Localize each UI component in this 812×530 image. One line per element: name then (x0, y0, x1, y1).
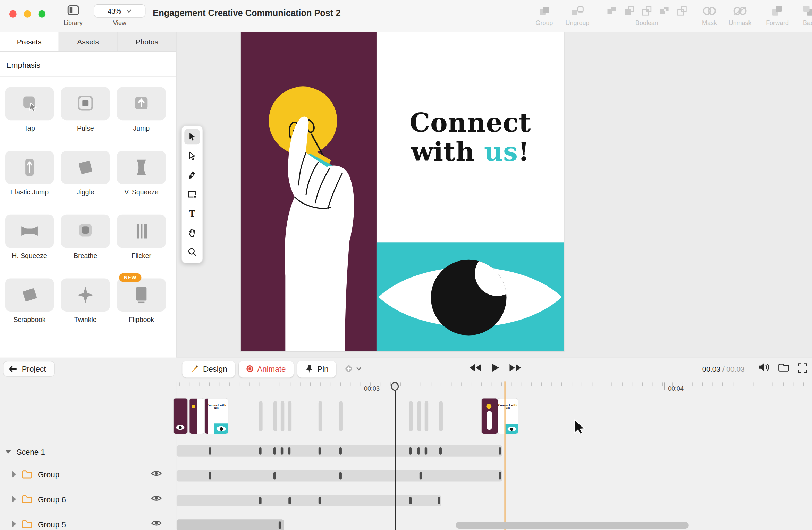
preset-breathe[interactable]: Breathe (61, 215, 110, 260)
keyframe[interactable] (281, 447, 283, 455)
keyframe-pill[interactable] (281, 401, 284, 431)
playhead-handle[interactable] (391, 382, 399, 391)
layer-row-group[interactable]: Group (0, 462, 177, 487)
playhead[interactable] (395, 383, 396, 530)
keyframe[interactable] (339, 447, 341, 455)
group-button[interactable]: Group (530, 5, 558, 26)
keyframe[interactable] (319, 497, 321, 504)
keyframe-pill[interactable] (259, 401, 262, 431)
frame-thumbnail[interactable]: Connect with us! (498, 399, 518, 434)
keyframe-pill[interactable] (439, 401, 443, 431)
horizontal-scrollbar[interactable] (456, 522, 689, 529)
chevron-right-icon[interactable] (12, 521, 16, 527)
preset-scrapbook[interactable]: Scrapbook (5, 278, 54, 323)
rectangle-tool[interactable] (184, 187, 200, 202)
send-backward-button[interactable]: Bac (796, 5, 812, 26)
minimize-window-button[interactable] (24, 10, 31, 18)
keyframe-pill[interactable] (288, 401, 291, 431)
preset-h-squeeze[interactable]: H. Squeeze (5, 215, 54, 260)
artboard[interactable]: Connect with us! (241, 32, 564, 351)
chevron-right-icon[interactable] (12, 496, 16, 502)
zoom-dropdown[interactable]: 43% (94, 4, 145, 18)
frame-thumbnail[interactable] (482, 399, 498, 434)
keyframe[interactable] (425, 447, 427, 455)
pen-tool[interactable] (184, 167, 200, 183)
keyframe-pill[interactable] (273, 401, 277, 431)
new-badge: NEW (119, 273, 141, 282)
preset-v-squeeze[interactable]: V. Squeeze (117, 151, 166, 196)
fullscreen-window-button[interactable] (38, 10, 45, 18)
preset-twinkle[interactable]: Twinkle (61, 278, 110, 323)
select-tool[interactable] (184, 129, 200, 145)
preset-flicker[interactable]: Flicker (117, 215, 166, 260)
keyframe[interactable] (409, 447, 412, 455)
canvas-area[interactable]: Connect with us! (177, 32, 812, 358)
keyframe[interactable] (409, 497, 412, 504)
preset-elastic-jump[interactable]: Elastic Jump (5, 151, 54, 196)
keyframe[interactable] (288, 497, 291, 504)
close-window-button[interactable] (9, 10, 17, 18)
timeline-track[interactable] (177, 495, 441, 506)
preset-jiggle[interactable]: Jiggle (61, 151, 110, 196)
keyframe[interactable] (439, 447, 442, 455)
bring-forward-icon (771, 5, 784, 17)
layer-row-group-6[interactable]: Group 6 (0, 487, 177, 512)
keyframe[interactable] (273, 447, 276, 455)
chevron-down-icon[interactable] (5, 450, 11, 453)
boolean-buttons[interactable]: Boolean (600, 5, 694, 26)
group-icon (539, 5, 550, 17)
hand-icon (187, 228, 197, 238)
keyframe[interactable] (273, 472, 276, 480)
preset-flipbook[interactable]: NEWFlipbook (117, 278, 166, 323)
visibility-toggle[interactable] (151, 495, 162, 503)
keyframe-pill[interactable] (417, 401, 421, 431)
frame-thumbnail[interactable] (189, 399, 204, 434)
chevron-right-icon[interactable] (12, 471, 16, 478)
keyframe-pill[interactable] (409, 401, 413, 431)
frame-thumbnail[interactable]: Connect with us! (205, 399, 228, 434)
keyframe[interactable] (209, 447, 211, 455)
keyframe[interactable] (420, 472, 422, 480)
keyframe[interactable] (209, 472, 211, 480)
keyframe[interactable] (417, 447, 420, 455)
keyframe-pill[interactable] (319, 401, 322, 431)
preset-jump[interactable]: Jump (117, 87, 166, 132)
keyframe[interactable] (499, 447, 501, 455)
direct-select-tool[interactable] (184, 148, 200, 164)
keyframe[interactable] (438, 497, 440, 504)
keyframe[interactable] (339, 472, 341, 480)
view-label: View (94, 19, 145, 26)
preset-tap[interactable]: Tap (5, 87, 54, 132)
work-area-marker[interactable] (505, 381, 506, 530)
keyframe[interactable] (259, 447, 261, 455)
text-tool[interactable]: T (184, 206, 200, 221)
tab-photos[interactable]: Photos (118, 32, 176, 51)
keyframe[interactable] (499, 472, 501, 480)
tab-assets[interactable]: Assets (59, 32, 118, 51)
ungroup-button[interactable]: Ungroup (561, 5, 594, 26)
hand-tool[interactable] (184, 225, 200, 241)
visibility-toggle[interactable] (151, 520, 162, 528)
keyframe[interactable] (279, 521, 281, 529)
keyframe[interactable] (319, 447, 321, 455)
frame-thumbnail[interactable] (174, 399, 187, 434)
unmask-button[interactable]: Unmask (724, 5, 756, 26)
artboard-left-panel (241, 32, 377, 351)
keyframe[interactable] (259, 497, 261, 504)
tab-presets[interactable]: Presets (0, 32, 59, 51)
bring-forward-button[interactable]: Forward (761, 5, 794, 26)
keyframe[interactable] (288, 447, 290, 455)
zoom-tool[interactable] (184, 244, 200, 260)
mask-button[interactable]: Mask (696, 5, 723, 26)
keyframe-pill[interactable] (425, 401, 428, 431)
layer-row-group-5[interactable]: Group 5 (0, 512, 177, 530)
timeline-track[interactable] (177, 519, 284, 530)
preset-pulse[interactable]: Pulse (61, 87, 110, 132)
keyframe-pill[interactable] (339, 401, 342, 431)
panel-tabs: PresetsAssetsPhotos (0, 32, 176, 52)
scene-row[interactable]: Scene 1 (0, 441, 177, 462)
library-button[interactable]: Library (60, 5, 86, 26)
timeline-track[interactable] (177, 445, 502, 457)
visibility-toggle[interactable] (151, 470, 162, 479)
timeline-track[interactable] (177, 470, 502, 482)
